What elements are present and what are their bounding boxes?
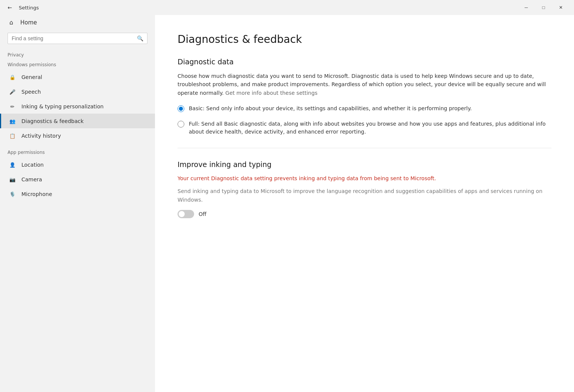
page-title: Diagnostics & feedback xyxy=(178,33,551,46)
radio-full[interactable] xyxy=(178,121,184,128)
camera-icon xyxy=(9,176,16,183)
close-button[interactable]: ✕ xyxy=(552,0,569,15)
inking-toggle[interactable] xyxy=(178,210,194,218)
back-button[interactable]: ← xyxy=(5,2,15,13)
title-bar: ← Settings ─ □ ✕ xyxy=(0,0,574,15)
sidebar-item-label: Camera xyxy=(21,176,42,182)
inking-warning: Your current Diagnostic data setting pre… xyxy=(178,175,551,182)
sidebar-item-microphone[interactable]: Microphone xyxy=(0,187,155,201)
sidebar-item-label: Activity history xyxy=(21,133,61,139)
minimize-button[interactable]: ─ xyxy=(518,0,535,15)
sidebar-home[interactable]: ⌂ Home xyxy=(0,15,155,30)
home-label: Home xyxy=(20,19,37,26)
section-label-windows-permissions: Windows permissions xyxy=(0,60,155,70)
sidebar-item-diagnostics[interactable]: Diagnostics & feedback xyxy=(0,114,155,128)
sidebar-item-inking[interactable]: Inking & typing personalization xyxy=(0,99,155,114)
sidebar-item-activity[interactable]: Activity history xyxy=(0,128,155,143)
diagnostic-description: Choose how much diagnostic data you want… xyxy=(178,72,551,97)
radio-basic[interactable] xyxy=(178,105,184,112)
more-info-link[interactable]: Get more info about these settings xyxy=(225,90,317,96)
activity-icon xyxy=(9,132,16,139)
sidebar: ⌂ Home 🔍 Privacy Windows permissions Gen… xyxy=(0,15,155,392)
section-label-privacy: Privacy xyxy=(0,50,155,60)
mic-icon xyxy=(9,190,16,198)
sidebar-item-camera[interactable]: Camera xyxy=(0,172,155,187)
sidebar-item-speech[interactable]: Speech xyxy=(0,84,155,99)
radio-basic-label[interactable]: Basic: Send only info about your device,… xyxy=(189,105,472,112)
inking-description: Send inking and typing data to Microsoft… xyxy=(178,187,551,204)
search-icon[interactable]: 🔍 xyxy=(137,35,143,41)
window-controls: ─ □ ✕ xyxy=(518,0,569,15)
lock-icon xyxy=(9,73,16,81)
search-box[interactable]: 🔍 xyxy=(8,33,147,44)
sidebar-item-label: Speech xyxy=(21,89,41,95)
diagnostic-data-title: Diagnostic data xyxy=(178,58,551,66)
radio-option-basic: Basic: Send only info about your device,… xyxy=(178,105,551,112)
radio-option-full: Full: Send all Basic diagnostic data, al… xyxy=(178,120,551,136)
app-body: ⌂ Home 🔍 Privacy Windows permissions Gen… xyxy=(0,15,574,392)
home-icon: ⌂ xyxy=(8,19,15,26)
diagnostic-radio-group: Basic: Send only info about your device,… xyxy=(178,105,551,136)
improve-inking-title: Improve inking and typing xyxy=(178,160,551,169)
radio-full-label[interactable]: Full: Send all Basic diagnostic data, al… xyxy=(189,120,551,136)
ink-icon xyxy=(9,103,16,110)
toggle-knob xyxy=(179,211,185,217)
content-area: Diagnostics & feedback Diagnostic data C… xyxy=(155,15,574,392)
sidebar-item-label: General xyxy=(21,74,42,80)
section-label-app-permissions: App permissions xyxy=(0,147,155,157)
toggle-label: Off xyxy=(199,211,207,217)
sidebar-item-label: Location xyxy=(21,162,44,168)
toggle-container: Off xyxy=(178,210,551,218)
diag-icon xyxy=(9,117,16,125)
sidebar-item-label: Microphone xyxy=(21,191,52,197)
sidebar-item-label: Inking & typing personalization xyxy=(21,103,103,109)
sidebar-item-location[interactable]: Location xyxy=(0,157,155,172)
sidebar-item-general[interactable]: General xyxy=(0,70,155,84)
search-input[interactable] xyxy=(12,35,134,41)
sidebar-item-label: Diagnostics & feedback xyxy=(21,118,84,124)
section-divider xyxy=(178,148,551,148)
speech-icon xyxy=(9,88,16,95)
maximize-button[interactable]: □ xyxy=(535,0,552,15)
app-title: Settings xyxy=(19,5,39,11)
location-icon xyxy=(9,161,16,168)
